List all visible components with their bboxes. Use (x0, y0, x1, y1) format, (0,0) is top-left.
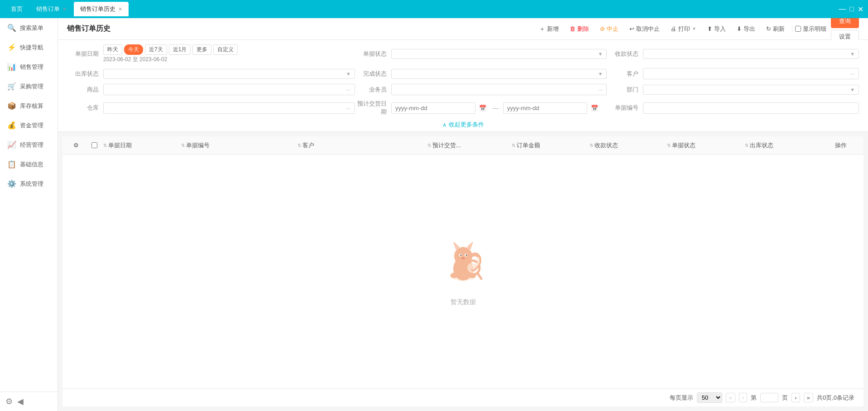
settings-bottom-icon[interactable]: ⚙ (5, 396, 13, 406)
date-btn-more[interactable]: 更多 (192, 44, 211, 55)
collapse-sidebar-icon[interactable]: ◀ (17, 396, 24, 406)
sort-icon-out: ⇅ (745, 143, 748, 148)
stop-label: 中止 (607, 25, 619, 33)
stop-button[interactable]: ⊘ 中止 (595, 23, 623, 35)
sidebar-bottom: ⚙ ◀ (0, 392, 58, 411)
date-btn-custom[interactable]: 自定义 (213, 44, 238, 55)
svg-point-2 (454, 247, 472, 265)
maximize-icon[interactable]: □ (849, 5, 854, 13)
col-settings[interactable]: ⚙ (67, 142, 85, 149)
col-date: ⇅ 单据日期 (103, 141, 181, 150)
filter-row-4: 仓库 ··· 预计交货日期 📅 — 📅 单据编号 (67, 100, 859, 116)
next-page-button[interactable]: › (791, 393, 800, 402)
tab-sales-order[interactable]: 销售订单 ✕ (30, 2, 73, 16)
sidebar-item-search-menu[interactable]: 🔍 搜索菜单 (0, 18, 58, 38)
sidebar-item-quick-nav-label: 快捷导航 (20, 44, 43, 52)
refresh-button[interactable]: ↻ 刷新 (762, 23, 789, 35)
filter-row-2: 出库状态 ▼ 完成状态 ▼ 客户 ··· (67, 68, 859, 79)
cancel-stop-button[interactable]: ↩ 取消中止 (625, 23, 664, 35)
show-detail-checkbox[interactable] (795, 26, 801, 32)
pay-status-select[interactable]: ▼ (643, 49, 859, 59)
query-button[interactable]: 查询 (831, 18, 859, 28)
out-status-label: 出库状态 (67, 70, 103, 78)
sidebar-item-system[interactable]: ⚙️ 系统管理 (0, 174, 58, 193)
sort-icon-date: ⇅ (103, 143, 107, 148)
new-button[interactable]: ＋ 新增 (535, 23, 563, 35)
date-filter-control: 昨天 今天 近7天 近1月 更多 自定义 2023-06-02 至 2023-0… (103, 44, 355, 63)
sidebar-item-inventory[interactable]: 📦 库存核算 (0, 96, 58, 116)
per-page-label: 每页显示 (670, 394, 693, 402)
col-delivery-label: 预计交货... (432, 141, 461, 150)
select-all-checkbox[interactable] (91, 142, 97, 148)
sidebar-item-sales[interactable]: 📊 销售管理 (0, 57, 58, 77)
col-check[interactable] (85, 142, 103, 148)
col-action-label: 操作 (835, 141, 847, 150)
sort-icon-pay: ⇅ (590, 143, 593, 148)
delete-button[interactable]: 🗑 删除 (565, 23, 594, 35)
calendar-from-icon[interactable]: 📅 (479, 105, 486, 111)
tab-sales-order-label: 销售订单 (36, 5, 60, 13)
sidebar-item-purchase[interactable]: 🛒 采购管理 (0, 77, 58, 96)
first-page-button[interactable]: « (726, 393, 735, 402)
date-btn-yesterday[interactable]: 昨天 (103, 44, 122, 55)
import-button[interactable]: ⬆ 导入 (703, 23, 730, 35)
tab-sales-order-history[interactable]: 销售订单历史 ✕ (74, 2, 129, 16)
out-status-select[interactable]: ▼ (103, 69, 355, 79)
date-btn-1month[interactable]: 近1月 (169, 44, 191, 55)
show-detail-text: 显示明细 (803, 25, 826, 33)
complete-status-label: 完成状态 (355, 70, 391, 78)
sidebar-item-finance[interactable]: 💰 资金管理 (0, 116, 58, 135)
sidebar-item-basic-info[interactable]: 📋 基础信息 (0, 155, 58, 174)
col-delivery: ⇅ 预计交货... (427, 141, 512, 150)
window-close-icon[interactable]: ✕ (858, 5, 863, 14)
sidebar-item-quick-nav[interactable]: ⚡ 快捷导航 (0, 38, 58, 57)
main-layout: 🔍 搜索菜单 ⚡ 快捷导航 📊 销售管理 🛒 采购管理 📦 库存核算 💰 资金管… (0, 18, 868, 411)
bill-no-input[interactable] (643, 102, 859, 114)
export-icon: ⬇ (737, 25, 742, 32)
calendar-to-icon[interactable]: 📅 (591, 105, 598, 111)
current-page-input[interactable]: 1 (760, 393, 778, 402)
collapse-more[interactable]: ∧ 收起更多条件 (67, 121, 859, 129)
table-area: ⚙ ⇅ 单据日期 ⇅ 单据编号 ⇅ 客户 ⇅ (62, 136, 863, 406)
salesperson-field[interactable]: ··· (391, 84, 607, 95)
filter-row-1: 单据日期 昨天 今天 近7天 近1月 更多 自定义 2023-06-02 至 2… (67, 44, 859, 63)
prev-page-button[interactable]: ‹ (739, 393, 747, 402)
complete-status-select[interactable]: ▼ (391, 69, 607, 79)
minimize-icon[interactable]: — (839, 5, 846, 13)
bill-status-select[interactable]: ▼ (391, 49, 607, 59)
out-status-control: ▼ (103, 69, 355, 79)
sidebar-item-operations[interactable]: 📈 经营管理 (0, 135, 58, 155)
pagination: 每页显示 50 10 20 100 « ‹ 第 1 页 › » 共0页,0条记录 (62, 388, 863, 406)
close-tab-sales-order-history-icon[interactable]: ✕ (118, 6, 122, 12)
customer-dots-icon: ··· (850, 70, 855, 77)
product-field[interactable]: ··· (103, 84, 355, 95)
stop-icon: ⊘ (600, 25, 605, 32)
date-btn-today[interactable]: 今天 (124, 44, 143, 55)
col-action: 操作 (823, 141, 859, 150)
close-tab-sales-order-icon[interactable]: ✕ (62, 6, 67, 12)
tab-home[interactable]: 首页 (5, 2, 29, 16)
delivery-date-from[interactable] (391, 102, 475, 114)
delivery-date-to[interactable] (503, 102, 587, 114)
last-page-button[interactable]: » (804, 393, 813, 402)
warehouse-field[interactable]: ··· (103, 102, 355, 114)
print-button[interactable]: 🖨 打印 ▼ (666, 23, 701, 35)
print-dropdown-icon: ▼ (692, 26, 696, 31)
date-btn-7days[interactable]: 近7天 (145, 44, 167, 55)
per-page-select[interactable]: 50 10 20 100 (697, 392, 722, 403)
page-label-pre: 第 (751, 394, 757, 402)
dept-select[interactable]: ▼ (643, 85, 859, 95)
sidebar-item-inventory-label: 库存核算 (20, 102, 43, 110)
sort-icon-delivery: ⇅ (427, 143, 431, 148)
customer-field[interactable]: ··· (643, 68, 859, 79)
product-dots-icon: ··· (346, 86, 351, 93)
export-button[interactable]: ⬇ 导出 (732, 23, 760, 35)
out-status-arrow-icon: ▼ (346, 71, 351, 77)
empty-text: 暂无数据 (451, 298, 476, 306)
salesperson-control: ··· (391, 84, 607, 95)
sort-icon-num: ⇅ (181, 143, 185, 148)
tab-bar: 首页 销售订单 ✕ 销售订单历史 ✕ (5, 2, 839, 16)
sidebar-item-operations-label: 经营管理 (20, 141, 43, 149)
refresh-label: 刷新 (773, 25, 785, 33)
col-amount: ⇅ 订单金额 (512, 141, 590, 150)
